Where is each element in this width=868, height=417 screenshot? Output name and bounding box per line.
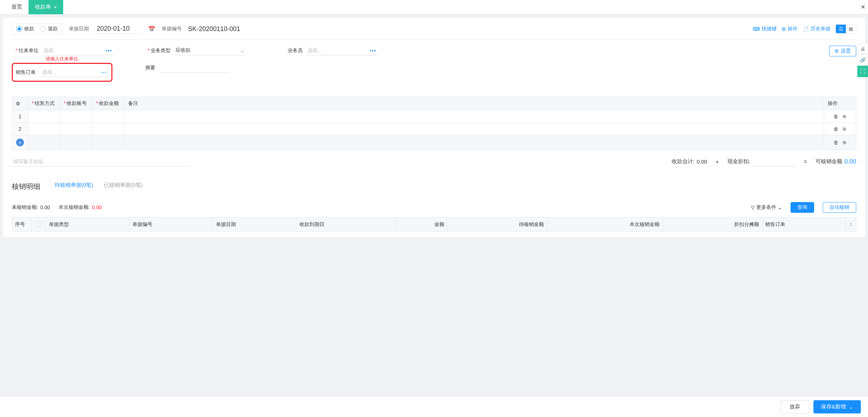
tab-home[interactable]: 首页 [5,0,29,14]
col-account: 收款账号 [67,100,87,106]
unwrite-value: 0.00 [40,205,50,210]
sales-order-input[interactable] [41,67,108,77]
doc-num-value: SK-20200110-001 [188,25,240,33]
col-amount: 收款金额 [99,100,119,106]
document-icon: 📄 [803,26,809,32]
salesperson-input[interactable] [306,46,378,55]
delete-icon[interactable]: 🗑 [833,114,838,119]
attachment-icon[interactable]: 🔗 [857,54,868,66]
sales-order-label: 销售订单 [16,69,41,76]
doc-date-value[interactable]: 2020-01-10 [95,24,142,34]
radio-label: 退款 [48,26,58,32]
more-conditions[interactable]: ▽ 更多条件 ⌄ [751,204,782,211]
verify-tab-pending[interactable]: 待核销单据(0笔) [55,182,93,189]
partner-error: 请输入往来单位 [46,56,78,62]
add-icon[interactable]: ⊕ [842,114,847,119]
view-grid-button[interactable]: ⊞ [846,25,856,33]
chevron-down-icon[interactable]: ⌄ [241,48,244,53]
chevron-down-icon: ⌄ [778,205,782,210]
total-value: 0.00 [697,159,707,165]
verify-title: 核销明细 [12,182,40,191]
col-doc-date: 单据日期 [213,217,297,232]
unwrite-label: 未核销金额: [12,204,38,211]
more-icon[interactable]: ••• [106,48,112,54]
calendar-icon[interactable]: 📅 [148,26,155,32]
radio-receipt[interactable]: 收款 [16,26,34,32]
close-all-icon[interactable]: × [861,3,865,11]
this-write-label: 本次核销金额: [59,204,90,211]
writeoff-label: 可核销金额 [816,158,842,165]
delete-icon[interactable]: 🗑 [833,140,838,145]
col-remark: 备注 [125,97,824,110]
col-pending: 待核销金额 [448,217,547,232]
receipt-table: ⚙ *结算方式 *收款账号 *收款金额 备注 操作 1 🗑 ⊕ [12,97,856,150]
radio-icon [16,26,22,32]
select-all-checkbox[interactable] [36,221,42,227]
summary-input[interactable] [159,63,230,72]
header-row: 收款 退款 单据日期 2020-01-10 📅 单据编号 SK-20200110… [12,23,856,40]
col-sales-order: 销售订单 [762,217,846,232]
operations-button[interactable]: ⊞ 操作 [782,26,798,32]
salesperson-label: 业务员 [276,47,306,54]
more-icon[interactable]: ••• [370,48,376,54]
col-due-date: 收款到期日 [297,217,396,232]
remark-input[interactable] [12,156,190,167]
col-action: 操作 [824,97,856,110]
table-row[interactable]: 2 🗑 ⊕ [12,123,856,135]
shortcuts-button[interactable]: ⌨ 快捷键 [753,26,777,32]
view-list-button[interactable]: ☰ [836,25,846,33]
verify-table: 序号 单据类型 单据编号 单据日期 收款到期日 金额 待核销金额 本次核销金额 … [12,217,856,232]
gear-icon: ⚙ [834,48,839,54]
doc-date-label: 单据日期 [69,26,89,32]
summary-row: 收款合计: 0.00 + 现金折扣: = 可核销金额 0.00 [12,150,856,173]
expand-icon[interactable]: ⛶ [857,66,868,77]
col-this-amount: 本次核销金额 [547,217,663,232]
sales-order-highlight: 销售订单 ••• [12,63,112,82]
biz-type-label: *业务类型 [144,47,174,54]
filter-icon: ▽ [751,205,755,210]
col-doc-type: 单据类型 [46,217,130,232]
gear-icon[interactable]: ⚙ [16,101,20,106]
total-label: 收款合计: [672,158,695,165]
add-row-button[interactable]: + [16,139,24,146]
query-button[interactable]: 查询 [791,202,814,213]
radio-label: 收款 [24,26,34,32]
tab-bar: 首页 收款单 × × [0,0,868,14]
keyboard-icon: ⌨ [753,26,760,32]
grid-icon: ⊞ [782,26,786,32]
doc-num-label: 单据编号 [162,26,182,32]
radio-icon [40,26,46,32]
biz-type-input[interactable] [174,46,246,55]
side-toolbar: 🖨 🔗 ⛶ [857,43,868,77]
settings-button[interactable]: ⚙ 设置 [829,46,856,56]
tab-label: 收款单 [35,4,51,10]
col-discount: 折扣分摊额 [663,217,762,232]
auto-verify-button[interactable]: 自动核销 [823,202,856,213]
writeoff-value: 0.00 [844,158,856,165]
partner-input[interactable] [42,46,113,55]
close-icon[interactable]: × [54,4,57,10]
table-row-add: + 🗑 ⊕ [12,135,856,150]
col-amount: 金额 [396,217,448,232]
this-write-value: 0.00 [92,205,102,210]
radio-refund[interactable]: 退款 [40,26,58,32]
col-settlement: 结算方式 [35,100,55,106]
col-doc-num: 单据编号 [130,217,213,232]
add-icon[interactable]: ⊕ [842,140,847,145]
table-row[interactable]: 1 🗑 ⊕ [12,110,856,123]
add-icon[interactable]: ⊕ [842,126,847,132]
more-icon[interactable]: ••• [101,70,107,75]
print-icon[interactable]: 🖨 [857,43,868,54]
view-toggle: ☰ ⊞ [836,24,856,34]
col-seq: 序号 [12,217,32,232]
discount-input[interactable] [752,157,795,166]
partner-label: *往来单位 [12,47,42,54]
sort-icon[interactable]: ⇕ [849,222,853,227]
history-button[interactable]: 📄 历史单据 [803,26,831,32]
discount-label: 现金折扣: [727,158,750,165]
verify-tab-done[interactable]: 已核销单据(0笔) [104,182,142,189]
type-radio-group: 收款 退款 [12,23,62,35]
tab-receipt[interactable]: 收款单 × [29,0,63,14]
summary-label: 摘要 [137,65,159,71]
delete-icon[interactable]: 🗑 [833,126,838,132]
